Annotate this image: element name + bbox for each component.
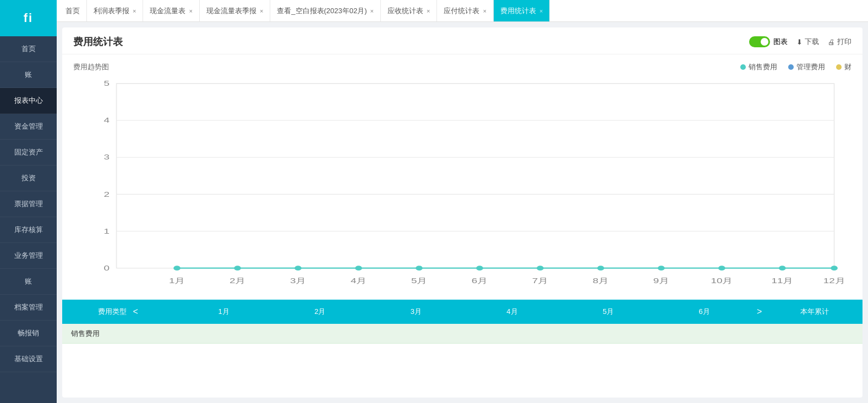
chart-title: 费用趋势图 [73, 62, 109, 72]
svg-text:0: 0 [103, 264, 109, 272]
svg-point-32 [597, 266, 604, 270]
tab-close-receivable[interactable]: × [427, 8, 430, 14]
svg-point-33 [658, 266, 665, 270]
svg-text:10月: 10月 [711, 277, 733, 284]
sidebar-item-ticket-mgmt[interactable]: 票据管理 [0, 191, 57, 217]
sidebar-item-settings[interactable]: 基础设置 [0, 346, 57, 372]
tab-close-blank-report[interactable]: × [370, 8, 374, 14]
sidebar-item-home[interactable]: 首页 [0, 36, 57, 62]
svg-point-28 [355, 266, 362, 270]
sidebar-item-archive[interactable]: 档案管理 [0, 295, 57, 321]
page-header: 费用统计表 图表 ⬇ 下载 🖨 打印 [62, 27, 862, 54]
table-cell-type: 销售费用 [62, 324, 182, 343]
print-button[interactable]: 🖨 打印 [828, 37, 851, 47]
header-actions: 图表 ⬇ 下载 🖨 打印 [749, 36, 851, 47]
table-next-button[interactable]: > [752, 307, 766, 317]
svg-text:4月: 4月 [351, 277, 367, 284]
tab-close-profit[interactable]: × [133, 8, 136, 14]
page-title: 费用统计表 [73, 35, 123, 48]
legend-label-finance: 财 [844, 62, 851, 72]
sidebar-item-inventory[interactable]: 库存核算 [0, 217, 57, 243]
chart-legend: 销售费用 管理费用 财 [740, 62, 851, 72]
chart-toggle-label: 图表 [773, 37, 788, 47]
svg-point-34 [718, 266, 725, 270]
sidebar-item-sales[interactable]: 畅报销 [0, 321, 57, 346]
legend-dot-mgmt [788, 64, 794, 70]
main-area: 首页 利润表季报 × 现金流量表 × 现金流量表季报 × 查看_空白报表(202… [57, 0, 868, 403]
svg-point-31 [537, 266, 544, 270]
tab-cashflow[interactable]: 现金流量表 × [143, 0, 199, 21]
table-header-month4: 4月 [464, 307, 560, 317]
chart-container: 5 4 3 2 1 0 1月 2月 3月 4月 5月 6月 7月 8月 9月 [73, 78, 851, 292]
table-header-type: 费用类型 < [62, 307, 176, 317]
chart-header: 费用趋势图 销售费用 管理费用 财 [73, 62, 851, 72]
sidebar-item-fixed-assets[interactable]: 固定资产 [0, 140, 57, 165]
tab-close-payable[interactable]: × [483, 8, 486, 14]
legend-dot-finance [836, 64, 842, 70]
sidebar-item-fund-mgmt[interactable]: 资金管理 [0, 114, 57, 140]
tab-close-cashflow-quarter[interactable]: × [260, 8, 263, 14]
table-cell-ytd [765, 329, 862, 338]
svg-text:3月: 3月 [290, 277, 306, 284]
chart-section: 费用趋势图 销售费用 管理费用 财 [62, 54, 862, 300]
tab-payable[interactable]: 应付统计表 × [437, 0, 493, 21]
svg-text:5: 5 [103, 79, 109, 87]
tab-close-cashflow[interactable]: × [189, 8, 192, 14]
svg-text:9月: 9月 [653, 277, 669, 284]
tab-receivable[interactable]: 应收统计表 × [381, 0, 437, 21]
sidebar-logo: fi [0, 0, 57, 36]
table-prev-button[interactable]: < [131, 307, 140, 317]
sidebar-item-ledger[interactable]: 账 [0, 62, 57, 88]
table-cell-m2 [279, 329, 376, 338]
svg-text:7月: 7月 [532, 277, 548, 284]
legend-sales: 销售费用 [740, 62, 777, 72]
sidebar-item-report-center[interactable]: 报表中心 [0, 88, 57, 114]
table-cell-m3 [376, 329, 473, 338]
tab-profit[interactable]: 利润表季报 × [87, 0, 143, 21]
svg-rect-0 [117, 84, 834, 268]
table-row: 销售费用 [62, 324, 862, 344]
sidebar-item-accounts[interactable]: 账 [0, 269, 57, 295]
tab-blank-report[interactable]: 查看_空白报表(2023年02月) × [270, 0, 381, 21]
svg-text:5月: 5月 [411, 277, 427, 284]
legend-finance: 财 [836, 62, 851, 72]
svg-point-27 [294, 266, 302, 270]
svg-point-29 [416, 266, 423, 270]
table-header-month3: 3月 [368, 307, 465, 317]
svg-text:11月: 11月 [772, 277, 794, 284]
download-button[interactable]: ⬇ 下载 [796, 37, 819, 47]
svg-point-36 [831, 266, 838, 270]
svg-text:3: 3 [103, 153, 109, 161]
tab-expense[interactable]: 费用统计表 × [494, 0, 550, 21]
table-cell-m6 [668, 329, 766, 338]
svg-point-30 [476, 266, 483, 270]
sidebar: fi 首页 账 报表中心 资金管理 固定资产 投资 票据管理 库存核算 业务管理… [0, 0, 57, 403]
svg-text:2: 2 [103, 190, 109, 198]
svg-text:1: 1 [103, 227, 109, 235]
table-header-month6: 6月 [656, 307, 752, 317]
table-header-month1: 1月 [176, 307, 272, 317]
chart-toggle[interactable] [749, 36, 770, 47]
legend-mgmt: 管理费用 [788, 62, 825, 72]
svg-text:8月: 8月 [593, 277, 609, 284]
svg-text:1月: 1月 [169, 277, 185, 284]
svg-point-25 [173, 266, 181, 270]
sidebar-item-investment[interactable]: 投资 [0, 165, 57, 191]
sidebar-item-business-mgmt[interactable]: 业务管理 [0, 243, 57, 269]
line-chart-svg: 5 4 3 2 1 0 1月 2月 3月 4月 5月 6月 7月 8月 9月 [73, 78, 851, 292]
tab-close-expense[interactable]: × [539, 8, 543, 14]
table-cell-m1 [182, 329, 279, 338]
content-area: 费用统计表 图表 ⬇ 下载 🖨 打印 费用趋势图 [62, 27, 862, 398]
svg-point-35 [779, 266, 786, 270]
chart-toggle-wrap: 图表 [749, 36, 788, 47]
legend-label-mgmt: 管理费用 [796, 62, 825, 72]
table-header-ytd: 本年累计 [766, 307, 862, 317]
tab-bar: 首页 利润表季报 × 现金流量表 × 现金流量表季报 × 查看_空白报表(202… [57, 0, 868, 22]
legend-dot-sales [740, 64, 746, 70]
tab-home[interactable]: 首页 [59, 0, 87, 21]
svg-text:4: 4 [103, 116, 109, 124]
svg-text:12月: 12月 [823, 277, 845, 284]
tab-cashflow-quarter[interactable]: 现金流量表季报 × [200, 0, 270, 21]
table-cell-m5 [571, 329, 668, 338]
svg-text:2月: 2月 [230, 277, 245, 284]
